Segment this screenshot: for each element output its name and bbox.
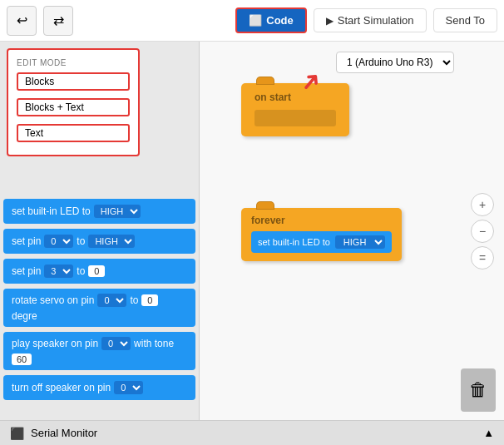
trash-area[interactable]: 🗑 — [461, 368, 496, 412]
toolbar: ↩ ⇄ ⬜ Code ▶ Start Simulation Send To — [0, 0, 504, 42]
zoom-in-button[interactable]: + — [471, 193, 494, 216]
undo-button[interactable]: ↩ — [7, 6, 37, 36]
board-selector: 1 (Arduino Uno R3) — [336, 52, 454, 73]
on-start-label: on start — [254, 91, 336, 103]
servo-value-box[interactable]: 0 — [141, 294, 158, 306]
servo-pin-dropdown[interactable]: 01 — [97, 294, 126, 307]
inner-led-label: set built-in LED to — [258, 237, 330, 247]
zoom-fit-icon: = — [479, 251, 486, 265]
block-set-pin-value[interactable]: set pin 301 to 0 — [3, 259, 195, 284]
code-button[interactable]: ⬜ Code — [235, 7, 307, 33]
redo-button[interactable]: ⇄ — [43, 6, 73, 36]
sidebar: EDIT MODE Blocks Blocks + Text Text set … — [0, 42, 200, 420]
edit-mode-popup: EDIT MODE Blocks Blocks + Text Text — [7, 48, 140, 156]
speaker-pin-dropdown[interactable]: 01 — [101, 337, 131, 350]
trash-icon: 🗑 — [469, 379, 487, 401]
speaker-off-pin-dropdown[interactable]: 01 — [114, 381, 143, 394]
set-pin-3-dropdown[interactable]: 301 — [44, 265, 73, 278]
zoom-out-button[interactable]: − — [471, 220, 494, 243]
serial-monitor-bar[interactable]: ⬛ Serial Monitor ▲ — [0, 420, 504, 445]
inner-led-dropdown[interactable]: HIGHLOW — [335, 235, 385, 249]
set-pin-value-box[interactable]: 0 — [88, 265, 105, 277]
serial-monitor-chevron: ▲ — [483, 427, 494, 439]
edit-mode-text[interactable]: Text — [17, 124, 130, 142]
block-set-pin-high[interactable]: set pin 012 to HIGHLOW — [3, 229, 195, 254]
main-content: EDIT MODE Blocks Blocks + Text Text set … — [0, 42, 504, 420]
edit-mode-blocks[interactable]: Blocks — [17, 72, 130, 91]
forever-label: forever — [251, 215, 392, 226]
start-simulation-label: Start Simulation — [338, 14, 414, 27]
zoom-in-icon: + — [479, 198, 486, 211]
set-pin-0-dropdown[interactable]: 012 — [44, 235, 73, 248]
inner-set-led-block[interactable]: set built-in LED to HIGHLOW — [251, 231, 392, 253]
board-select-dropdown[interactable]: 1 (Arduino Uno R3) — [336, 52, 454, 73]
serial-monitor-icon: ⬛ — [10, 427, 24, 440]
code-button-label: Code — [266, 14, 294, 27]
play-icon: ▶ — [326, 15, 334, 27]
canvas-area[interactable]: 1 (Arduino Uno R3) ➜ on start fore — [200, 42, 504, 420]
block-turn-off-speaker[interactable]: turn off speaker on pin 01 — [3, 375, 195, 400]
set-pin-high-dropdown[interactable]: HIGHLOW — [88, 235, 135, 248]
zoom-out-icon: − — [479, 225, 486, 238]
serial-monitor-label: Serial Monitor — [31, 427, 97, 439]
zoom-fit-button[interactable]: = — [471, 246, 494, 269]
block-rotate-servo[interactable]: rotate servo on pin 01 to 0 degre — [3, 289, 195, 327]
edit-mode-blocks-text[interactable]: Blocks + Text — [17, 98, 130, 116]
on-start-block[interactable]: on start — [241, 83, 349, 136]
zoom-controls: + − = — [471, 193, 494, 269]
code-icon: ⬜ — [249, 14, 262, 27]
send-to-button[interactable]: Send To — [433, 8, 497, 32]
speaker-tone-box[interactable]: 60 — [12, 354, 32, 365]
block-set-builtin-led[interactable]: set built-in LED to HIGHLOW — [3, 199, 195, 224]
start-simulation-button[interactable]: ▶ Start Simulation — [314, 8, 427, 32]
forever-block[interactable]: forever set built-in LED to HIGHLOW — [241, 208, 402, 261]
builtin-led-dropdown[interactable]: HIGHLOW — [94, 205, 141, 218]
send-to-label: Send To — [446, 14, 485, 27]
block-play-speaker[interactable]: play speaker on pin 01 with tone 60 — [3, 332, 195, 370]
edit-mode-label: EDIT MODE — [17, 58, 130, 67]
blocks-list: set built-in LED to HIGHLOW set pin 012 … — [0, 195, 199, 403]
